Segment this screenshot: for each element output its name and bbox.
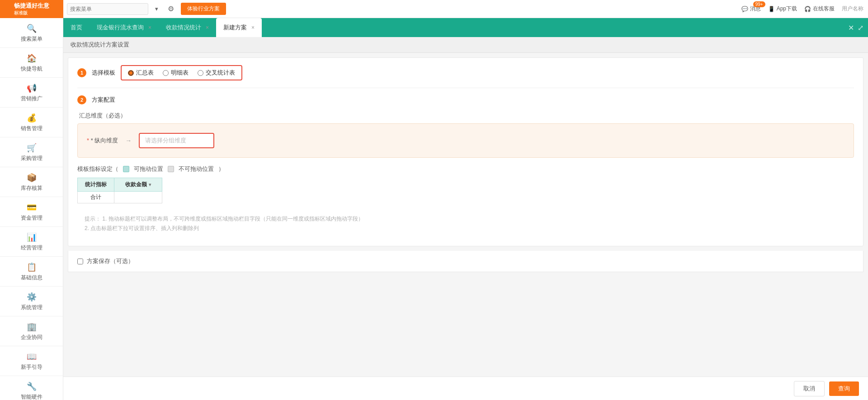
tab-close-all-icon[interactable]: ✕ [848,24,854,32]
save-checkbox[interactable] [77,259,83,264]
management-icon: 📊 [27,232,37,242]
vertical-dim-label: * * 纵向维度 [87,136,118,145]
radio-cross-input[interactable] [198,70,203,76]
tab-home[interactable]: 首页 [63,18,90,37]
notification-btn[interactable]: 💬 消息 99+ [741,5,761,13]
sales-icon: 💰 [27,113,37,123]
tip-line1: 提示： 1. 拖动标题栏可以调整布局，不可跨维度或指标区域拖动栏目字段（只能在同… [85,215,847,223]
divider [77,88,854,88]
sidebar-item-label: 资金管理 [21,214,42,222]
sidebar-item-label: 系统管理 [21,304,42,311]
sidebar-item-label: 库存核算 [21,184,42,192]
dropdown-icon[interactable]: ▾ [152,5,161,14]
app-download-btn[interactable]: 📱 App下载 [768,5,797,13]
sidebar-item-finance[interactable]: 💳 资金管理 [0,197,63,227]
radio-summary[interactable]: 汇总表 [128,69,154,77]
sidebar-item-label: 基础信息 [21,274,42,282]
enterprise-icon: 🏢 [27,322,37,332]
page-title-bar: 收款情况统计方案设置 [63,37,868,53]
arrow-icon: → [125,137,132,144]
step2-row: 2 方案配置 [77,95,854,104]
sidebar-item-management[interactable]: 📊 经营管理 [0,227,63,257]
dimension-row: * * 纵向维度 → 请选择分组维度 [87,133,844,148]
sidebar-item-basic[interactable]: 📋 基础信息 [0,257,63,287]
sidebar-item-label: 企业协同 [21,334,42,341]
sidebar-item-label: 快捷导航 [21,65,42,73]
column-header-cell[interactable]: 收款金额 ▾ [114,178,162,192]
row-label-cell: 合计 [78,192,114,203]
cancel-button[interactable]: 取消 [794,381,825,396]
step2-badge: 2 [77,95,86,104]
purchase-icon: 🛒 [27,143,37,153]
metrics-table: 统计指标 收款金额 ▾ [77,178,162,203]
app-logo: 畅捷通好生意 标准版 [0,0,63,18]
page-title: 收款情况统计方案设置 [71,41,129,48]
dimension-placeholder: 请选择分组维度 [145,137,186,144]
step1-row: 1 选择模板 汇总表 明细表 交叉统计表 [77,65,854,80]
required-star: * [87,137,89,144]
form-section: 1 选择模板 汇总表 明细表 交叉统计表 [68,57,863,246]
tab-new-plan-label: 新建方案 [223,24,247,32]
radio-detail-input[interactable] [163,70,169,76]
user-area: 用户名称 [842,5,863,13]
industry-btn[interactable]: 体验行业方案 [181,3,226,15]
sidebar-item-purchase[interactable]: 🛒 采购管理 [0,137,63,167]
gear-icon[interactable]: ⚙ [165,3,177,15]
sidebar-item-label: 搜索菜单 [21,35,42,43]
tab-cash-flow-label: 现金银行流水查询 [97,24,144,32]
sidebar-item-label: 新手引导 [21,363,42,371]
radio-summary-input[interactable] [128,70,134,76]
sidebar-item-enterprise[interactable]: 🏢 企业协同 [0,316,63,346]
page-content: 收款情况统计方案设置 1 选择模板 汇总表 明细表 [63,37,868,400]
app-sub-label: 标准版 [14,10,49,16]
tab-new-plan[interactable]: 新建方案 × [216,18,262,37]
bottom-action-bar: 取消 查询 [63,376,868,400]
stats-indicator-header: 统计指标 [78,178,114,192]
metrics-config: 模板指标设定（ 可拖动位置 不可拖动位置 ） [77,165,854,203]
sidebar-item-hardware[interactable]: 🔧 智能硬件 [0,376,63,400]
guide-icon: 📖 [27,352,37,362]
step2-label: 方案配置 [92,96,115,104]
tab-maximize-icon[interactable]: ⤢ [858,24,863,32]
sidebar: 🔍 搜索菜单 🏠 快捷导航 📢 营销推广 💰 销售管理 🛒 采购管理 📦 库存核… [0,18,63,400]
app-name: 畅捷通好生意 [14,2,49,10]
radio-cross-label: 交叉统计表 [206,69,235,77]
tab-receipt-stats[interactable]: 收款情况统计 × [159,18,216,37]
download-label: App下载 [777,5,797,13]
tab-cash-flow[interactable]: 现金银行流水查询 × [90,18,159,37]
non-draggable-label: 不可拖动位置 [179,165,214,173]
tab-home-label: 首页 [71,24,82,32]
system-icon: ⚙️ [27,292,37,302]
close-receipt-stats-icon[interactable]: × [206,24,209,31]
sidebar-item-marketing[interactable]: 📢 营销推广 [0,78,63,108]
close-new-plan-icon[interactable]: × [251,24,255,31]
radio-detail-label: 明细表 [171,69,189,77]
service-icon: 🎧 [804,6,811,12]
radio-detail[interactable]: 明细表 [163,69,189,77]
sidebar-item-search[interactable]: 🔍 搜索菜单 [0,18,63,48]
search-icon: 🔍 [27,24,37,33]
radio-summary-label: 汇总表 [136,69,154,77]
sidebar-item-label: 经营管理 [21,244,42,252]
query-button[interactable]: 查询 [829,381,859,396]
search-input[interactable] [67,3,148,15]
row-value-cell [114,192,162,203]
sidebar-item-label: 销售管理 [21,125,42,132]
message-icon: 💬 [741,6,748,12]
sidebar-item-nav[interactable]: 🏠 快捷导航 [0,48,63,78]
step2-section: 2 方案配置 汇总维度（必选） * * 纵向维度 → [77,95,854,239]
dimension-dropdown[interactable]: 请选择分组维度 [139,133,214,148]
sidebar-item-label: 营销推广 [21,95,42,103]
sidebar-item-guide[interactable]: 📖 新手引导 [0,346,63,376]
step1-badge: 1 [77,68,86,77]
tips-area: 提示： 1. 拖动标题栏可以调整布局，不可跨维度或指标区域拖动栏目字段（只能在同… [77,211,854,239]
chevron-down-icon: ▾ [149,182,151,187]
sidebar-item-inventory[interactable]: 📦 库存核算 [0,167,63,197]
top-bar: 畅捷通好生意 标准版 ▾ ⚙ 体验行业方案 💬 消息 99+ 📱 App下载 🎧… [0,0,868,18]
sidebar-item-system[interactable]: ⚙️ 系统管理 [0,287,63,316]
tip-line2: 2. 点击标题栏下拉可设置排序、插入列和删除列 [85,225,847,232]
sidebar-item-sales[interactable]: 💰 销售管理 [0,108,63,137]
radio-cross[interactable]: 交叉统计表 [198,69,235,77]
close-cash-flow-icon[interactable]: × [148,24,151,31]
online-service-btn[interactable]: 🎧 在线客服 [804,5,835,13]
